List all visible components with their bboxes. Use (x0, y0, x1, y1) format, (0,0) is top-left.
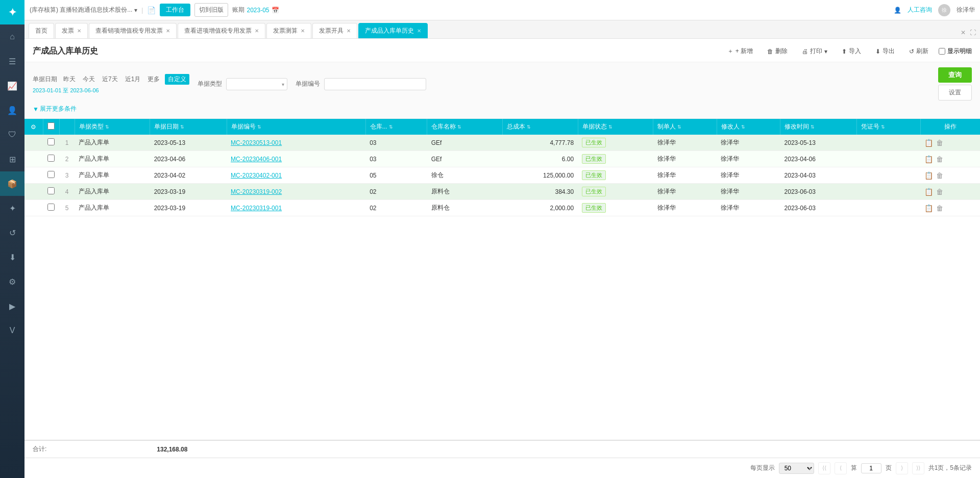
row-edit-button[interactable]: 📋 (924, 188, 933, 196)
show-detail-toggle[interactable]: 显示明细 (939, 47, 972, 56)
row-edit-button[interactable]: 📋 (924, 204, 933, 212)
sidebar-item-home[interactable]: ⌂ (0, 24, 24, 49)
row-checkbox-3[interactable] (47, 187, 55, 194)
page-number-input[interactable] (861, 463, 881, 473)
row-delete-button[interactable]: 🗑 (936, 188, 943, 196)
shortcut-more[interactable]: 更多 (145, 74, 162, 85)
row-docnum-cell: MC-20230513-001 (227, 135, 365, 151)
sidebar-item-user[interactable]: 👤 (0, 98, 24, 122)
prev-page-button[interactable]: ⟨ (835, 462, 847, 474)
col-wh-name-header[interactable]: 仓库名称⇅ (427, 119, 503, 135)
select-all-checkbox[interactable] (47, 122, 55, 130)
next-page-button[interactable]: ⟩ (896, 462, 908, 474)
shortcut-custom[interactable]: 自定义 (165, 74, 189, 85)
refresh-button[interactable]: ↺ 刷新 (905, 45, 933, 58)
shortcut-yesterday[interactable]: 昨天 (61, 74, 78, 85)
close-all-icon[interactable]: ✕ (961, 29, 966, 36)
export-button[interactable]: ⬇ 导出 (871, 45, 899, 58)
row-docnum-link[interactable]: MC-20230406-001 (231, 156, 282, 163)
shortcut-7days[interactable]: 近7天 (100, 74, 120, 85)
row-checkbox-0[interactable] (47, 138, 55, 145)
sidebar-item-settings[interactable]: ⚙ (0, 269, 24, 294)
tab-invoice[interactable]: 发票 ✕ (55, 23, 88, 38)
col-number-header[interactable]: 单据编号⇅ (227, 119, 365, 135)
number-filter-input[interactable] (324, 78, 426, 90)
row-delete-button[interactable]: 🗑 (936, 139, 943, 147)
row-delete-button[interactable]: 🗑 (936, 204, 943, 212)
per-page-select[interactable]: 50 100 (779, 463, 814, 474)
tab-sales-vat-close[interactable]: ✕ (166, 28, 170, 34)
date-range-display[interactable]: 2023-01-01 至 2023-06-06 (33, 87, 189, 94)
sidebar-item-chart[interactable]: 📈 (0, 73, 24, 98)
col-wh-code-header[interactable]: 仓库...⇅ (365, 119, 427, 135)
show-detail-checkbox[interactable] (939, 48, 945, 55)
row-checkbox-1[interactable] (47, 155, 55, 162)
tab-input-vat[interactable]: 查看进项增值税专用发票 ✕ (178, 23, 265, 38)
sidebar-item-document[interactable]: ☰ (0, 49, 24, 73)
col-voucher-header[interactable]: 凭证号⇅ (857, 119, 920, 135)
row-checkbox-4[interactable] (47, 204, 55, 211)
switch-button[interactable]: 切到旧版 (194, 3, 228, 17)
row-docnum-link[interactable]: MC-20230319-001 (231, 205, 282, 212)
row-checkbox-2[interactable] (47, 171, 55, 178)
tab-invoice-close[interactable]: ✕ (77, 28, 81, 34)
row-delete-button[interactable]: 🗑 (936, 155, 943, 163)
expand-tabs-icon[interactable]: ⛶ (970, 29, 976, 36)
settings-button[interactable]: 设置 (938, 85, 972, 100)
sidebar-item-refresh[interactable]: ↺ (0, 220, 24, 245)
tab-product-history-close[interactable]: ✕ (417, 28, 421, 34)
shortcut-1month[interactable]: 近1月 (123, 74, 143, 85)
delete-button[interactable]: 🗑 删除 (763, 45, 792, 58)
shortcut-today[interactable]: 今天 (81, 74, 97, 85)
doc-icon: 📄 (147, 6, 156, 14)
col-creator-header[interactable]: 制单人⇅ (653, 119, 717, 135)
row-edit-button[interactable]: 📋 (924, 155, 933, 163)
company-dropdown-icon[interactable]: ▾ (134, 7, 137, 14)
row-edit-button[interactable]: 📋 (924, 171, 933, 180)
import-button[interactable]: ⬆ 导入 (838, 45, 865, 58)
support-label[interactable]: 人工咨询 (908, 6, 932, 14)
print-button[interactable]: 🖨 打印 ▾ (798, 45, 831, 58)
tab-sales-vat[interactable]: 查看销项增值税专用发票 ✕ (89, 23, 177, 38)
col-cost-header[interactable]: 总成本⇅ (502, 119, 578, 135)
sidebar-item-download[interactable]: ⬇ (0, 245, 24, 269)
tab-open-close[interactable]: ✕ (347, 28, 351, 34)
tab-calc[interactable]: 发票测算 ✕ (266, 23, 311, 38)
first-page-button[interactable]: ⟨⟨ (818, 462, 830, 474)
sidebar-item-shield[interactable]: 🛡 (0, 122, 24, 147)
last-page-button[interactable]: ⟩⟩ (912, 462, 924, 474)
sidebar-item-grid[interactable]: ⊞ (0, 147, 24, 171)
query-button[interactable]: 查询 (938, 67, 972, 83)
print-dropdown-icon[interactable]: ▾ (824, 48, 827, 55)
expand-filter-button[interactable]: ▼ 展开更多条件 (33, 105, 972, 113)
col-modtime-header[interactable]: 修改时间⇅ (780, 119, 857, 135)
row-edit-button[interactable]: 📋 (924, 139, 933, 147)
period-label: 账期 (232, 6, 244, 14)
col-modifier-header[interactable]: 修改人⇅ (717, 119, 780, 135)
col-type-header[interactable]: 单据类型⇅ (75, 119, 150, 135)
col-status-header[interactable]: 单据状态⇅ (578, 119, 653, 135)
tab-home[interactable]: 首页 (29, 23, 54, 38)
type-select[interactable] (226, 78, 287, 90)
row-docnum-link[interactable]: MC-20230402-001 (231, 172, 282, 179)
col-date-header[interactable]: 单据日期⇅ (150, 119, 227, 135)
row-delete-button[interactable]: 🗑 (936, 171, 943, 180)
row-docnum-link[interactable]: MC-20230319-002 (231, 188, 282, 195)
col-settings[interactable]: ⚙ (24, 119, 43, 135)
sidebar-item-stamp[interactable]: ✦ (0, 196, 24, 220)
tab-product-history[interactable]: 产成品入库单历史 ✕ (358, 23, 428, 38)
new-button[interactable]: ＋ + 新增 (723, 45, 757, 58)
sidebar-item-box[interactable]: 📦 (0, 171, 24, 196)
sidebar-item-play[interactable]: ▶ (0, 294, 24, 318)
row-date-cell: 2023-04-06 (150, 151, 227, 167)
tab-calc-close[interactable]: ✕ (301, 28, 305, 34)
tab-open[interactable]: 发票开具 ✕ (312, 23, 357, 38)
row-whcode-cell: 02 (365, 184, 427, 200)
workbench-button[interactable]: 工作台 (160, 4, 190, 16)
sidebar-item-v[interactable]: V (0, 318, 24, 343)
company-name[interactable]: (库存核算) 直播轻跑通信息技术股份... ▾ (30, 6, 137, 14)
tab-input-vat-close[interactable]: ✕ (255, 28, 259, 34)
calendar-icon[interactable]: 📅 (272, 7, 279, 14)
username[interactable]: 徐泽华 (957, 6, 975, 14)
row-docnum-link[interactable]: MC-20230513-001 (231, 139, 282, 146)
